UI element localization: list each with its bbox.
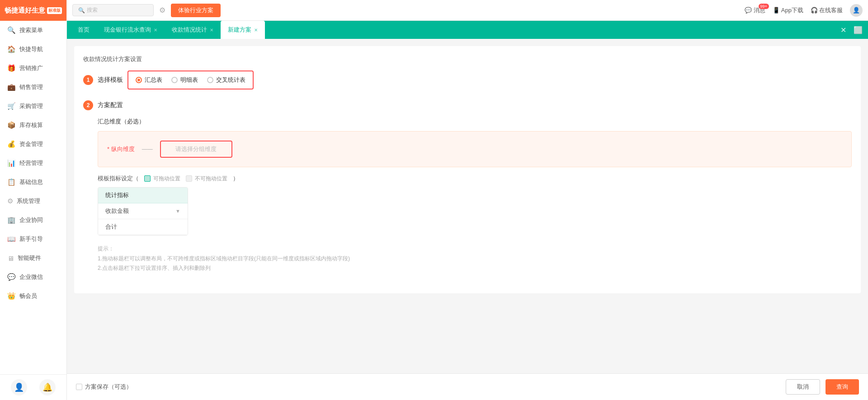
tab-bank-flow[interactable]: 现金银行流水查询✕: [97, 21, 165, 39]
topbar-right: 💬 消息 99+ 📱 App下载 🎧 在线客服 👤: [745, 4, 863, 17]
sidebar-item-guide[interactable]: 📖新手引导: [0, 230, 66, 249]
sidebar-item-marketing[interactable]: 🎁营销推广: [0, 59, 66, 78]
step1-section: 1 选择模板 汇总表明细表交叉统计表: [83, 71, 852, 89]
topbar: 🔍 搜索 ⚙ 体验行业方案 💬 消息 99+ 📱 App下载 🎧 在线客服 👤: [67, 0, 868, 21]
sidebar-item-sales[interactable]: 💼销售管理: [0, 78, 66, 97]
sidebar-icon-inventory: 📦: [7, 121, 16, 129]
search-icon: 🔍: [78, 7, 85, 14]
non-draggable-legend-box: [186, 175, 192, 182]
sidebar-bottom-btn-1[interactable]: 👤: [11, 379, 27, 395]
sidebar-icon-sales: 💼: [7, 83, 16, 91]
indicator-label: 模板指标设定（: [98, 174, 139, 183]
main-area: 🔍 搜索 ⚙ 体验行业方案 💬 消息 99+ 📱 App下载 🎧 在线客服 👤: [67, 0, 868, 400]
search-box[interactable]: 🔍 搜索: [72, 4, 154, 16]
indicator-label-suffix: ）: [233, 174, 239, 183]
sidebar-label-search-menu: 搜索菜单: [19, 26, 43, 34]
sidebar-label-smart-hardware: 智能硬件: [18, 254, 41, 262]
sidebar-label-marketing: 营销推广: [19, 64, 43, 72]
tab-new-plan[interactable]: 新建方案✕: [221, 21, 265, 39]
avatar-icon: 👤: [853, 7, 860, 14]
indicator-table: 统计指标 收款金额▼合计: [98, 187, 188, 235]
sidebar-item-purchase[interactable]: 🛒采购管理: [0, 97, 66, 116]
draggable-legend-label: 可拖动位置: [153, 175, 180, 183]
expand-icon[interactable]: ⬜: [852, 24, 864, 36]
radio-circle-detail: [171, 77, 178, 83]
tab-close-new-plan[interactable]: ✕: [254, 28, 258, 33]
sidebar-item-enterprise[interactable]: 🏢企业协同: [0, 211, 66, 230]
close-tab-icon[interactable]: ✕: [839, 24, 848, 36]
step2-title: 方案配置: [98, 101, 123, 109]
step2-section: 2 方案配置 汇总维度（必选） 纵向维度 —— 请选择分组维度: [83, 100, 852, 273]
settings-icon[interactable]: ⚙: [159, 6, 165, 14]
indicator-table-row: 合计: [98, 219, 188, 235]
sidebar-item-search-menu[interactable]: 🔍搜索菜单: [0, 21, 66, 40]
sidebar-item-smart-hardware[interactable]: 🖥智能硬件: [0, 249, 66, 268]
save-label: 方案保存（可选）: [85, 383, 132, 391]
industry-btn[interactable]: 体验行业方案: [171, 4, 221, 17]
query-button[interactable]: 查询: [826, 379, 859, 395]
tips-area: 提示： 1.拖动标题栏可以调整布局，不可跨维度或指标区域拖动栏目字段(只能在同一…: [98, 244, 852, 273]
sidebar-label-wechat: 企业微信: [19, 273, 43, 281]
sidebar-item-inventory[interactable]: 📦库存核算: [0, 116, 66, 135]
tab-collection-stat[interactable]: 收款情况统计✕: [165, 21, 221, 39]
dimension-section-label: 汇总维度（必选）: [98, 118, 852, 126]
indicator-header-row: 模板指标设定（ 可拖动位置 不可拖动位置 ）: [98, 174, 852, 183]
tab-label-collection-stat: 收款情况统计: [172, 26, 207, 34]
sidebar-bottom: 👤 🔔: [0, 374, 66, 400]
sidebar-label-sales: 销售管理: [19, 83, 43, 91]
save-option[interactable]: 方案保存（可选）: [76, 383, 132, 391]
download-btn[interactable]: 📱 App下载: [773, 6, 803, 14]
logo-text: 畅捷通好生意: [5, 6, 45, 15]
bottom-buttons: 取消 查询: [786, 379, 859, 395]
radio-label-detail: 明细表: [180, 76, 198, 84]
indicator-table-header: 统计指标: [98, 188, 188, 203]
radio-cross[interactable]: 交叉统计表: [207, 76, 245, 84]
draggable-legend-box: [144, 175, 151, 182]
cancel-button[interactable]: 取消: [786, 379, 820, 395]
radio-summary[interactable]: 汇总表: [136, 76, 162, 84]
sidebar-icon-enterprise: 🏢: [7, 216, 16, 224]
sidebar-icon-purchase: 🛒: [7, 102, 16, 110]
bottom-bar: 方案保存（可选） 取消 查询: [67, 373, 868, 400]
save-checkbox[interactable]: [76, 384, 82, 390]
template-select-box: 汇总表明细表交叉统计表: [127, 71, 254, 89]
sidebar-item-wechat[interactable]: 💬企业微信: [0, 268, 66, 287]
sidebar-label-system: 系统管理: [17, 197, 40, 205]
sidebar-bottom-btn-2[interactable]: 🔔: [39, 379, 56, 395]
tab-close-bank-flow[interactable]: ✕: [154, 28, 157, 33]
tab-label-home: 首页: [78, 26, 90, 34]
step1-badge: 1: [83, 75, 93, 85]
sidebar-label-member: 畅会员: [19, 292, 37, 300]
sidebar-label-enterprise: 企业协同: [19, 216, 43, 224]
notify-icon: 💬: [745, 7, 752, 14]
tab-close-collection-stat[interactable]: ✕: [210, 28, 213, 33]
radio-detail[interactable]: 明细表: [171, 76, 198, 84]
vertical-dim-label: 纵向维度: [107, 145, 135, 153]
sidebar-label-quick-nav: 快捷导航: [19, 45, 43, 53]
sidebar-item-basic-info[interactable]: 📋基础信息: [0, 173, 66, 192]
sidebar-item-quick-nav[interactable]: 🏠快捷导航: [0, 40, 66, 59]
sidebar-item-system[interactable]: ⚙系统管理: [0, 192, 66, 211]
tip-line: 1.拖动标题栏可以调整布局，不可跨维度或指标区域拖动栏目字段(只能在同一维度或指…: [98, 254, 852, 264]
indicator-dropdown-btn[interactable]: ▼: [175, 208, 180, 214]
sidebar-icon-operations: 📊: [7, 159, 16, 167]
sidebar-icon-search-menu: 🔍: [7, 26, 16, 34]
dimension-select-box[interactable]: 请选择分组维度: [160, 141, 232, 158]
sidebar-label-purchase: 采购管理: [19, 102, 43, 110]
sidebar-item-operations[interactable]: 📊经营管理: [0, 154, 66, 173]
sidebar-icon-smart-hardware: 🖥: [7, 254, 14, 262]
sidebar-icon-marketing: 🎁: [7, 64, 16, 72]
sidebar-item-member[interactable]: 👑畅会员: [0, 287, 66, 306]
sidebar: 畅捷通好生意 标准版 🔍搜索菜单🏠快捷导航🎁营销推广💼销售管理🛒采购管理📦库存核…: [0, 0, 67, 400]
sidebar-item-capital[interactable]: 💰资金管理: [0, 135, 66, 154]
sidebar-icon-member: 👑: [7, 292, 16, 300]
service-btn[interactable]: 🎧 在线客服: [811, 6, 843, 14]
avatar[interactable]: 👤: [850, 4, 863, 17]
tab-home[interactable]: 首页: [71, 21, 97, 39]
sidebar-label-guide: 新手引导: [19, 235, 43, 243]
tabs-right: ✕ ⬜: [839, 24, 864, 36]
notify-btn[interactable]: 💬 消息 99+: [745, 6, 765, 14]
dimension-arrow: ——: [142, 146, 153, 152]
tip-title: 提示：: [98, 244, 852, 254]
notify-badge: 99+: [759, 4, 769, 9]
